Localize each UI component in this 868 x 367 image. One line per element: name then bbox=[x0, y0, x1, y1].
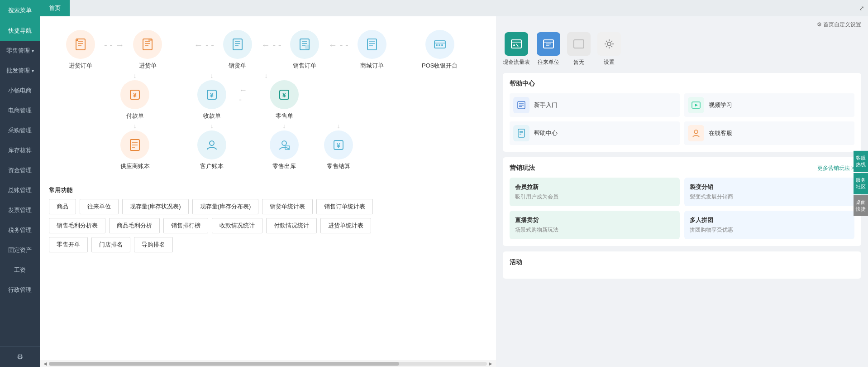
mall-order-icon bbox=[358, 30, 386, 59]
more-marketing-link[interactable]: 更多营销玩法 > bbox=[817, 164, 854, 172]
func-btn-product-margin[interactable]: 商品毛利分析 bbox=[109, 218, 160, 233]
func-btn-product[interactable]: 商品 bbox=[49, 199, 76, 214]
help-item-video[interactable]: 视频学习 bbox=[684, 93, 854, 117]
workflow-node-supplier-account[interactable]: 供应商账本 bbox=[108, 130, 162, 170]
svg-rect-23 bbox=[436, 44, 438, 46]
sidebar-item-purchase[interactable]: 采购管理 bbox=[0, 121, 40, 140]
sidebar-item-fixed-assets[interactable]: 固定资产 bbox=[0, 240, 40, 260]
marketing-card-group[interactable]: 多人拼团 拼团购物享受优惠 bbox=[684, 211, 854, 239]
svg-text:¥: ¥ bbox=[133, 92, 137, 99]
sidebar-item-ecom-small[interactable]: 小畅电商 bbox=[0, 81, 40, 101]
float-btn-service[interactable]: 客服 热线 bbox=[854, 151, 868, 172]
func-btn-purchase-stats[interactable]: 进货单统计表 bbox=[320, 218, 371, 233]
marketing-card-member[interactable]: 会员拉新 吸引用户成为会员 bbox=[510, 178, 680, 206]
func-btn-stock-dist[interactable]: 现存量(库存分布表) bbox=[192, 199, 259, 214]
purchase-slip-label: 进货单 bbox=[139, 62, 157, 70]
workflow-node-pos[interactable]: POS收银开台 bbox=[413, 30, 467, 70]
help-item-help[interactable]: 帮助中心 bbox=[510, 121, 680, 145]
func-btn-stock-status[interactable]: 现存量(库存状况表) bbox=[122, 199, 189, 214]
func-btn-sales-order-stats[interactable]: 销售订单统计表 bbox=[316, 199, 373, 214]
receipt-label: 收款单 bbox=[203, 112, 221, 120]
quick-icon-settings[interactable]: 设置 bbox=[597, 32, 621, 66]
workflow-node-retail-outbound[interactable]: 零售出库 bbox=[257, 130, 311, 170]
func-btn-store-rank[interactable]: 门店排名 bbox=[91, 237, 130, 252]
quick-icon-none[interactable]: 暂无 bbox=[567, 32, 591, 66]
none-icon bbox=[567, 32, 591, 56]
sidebar-item-tax[interactable]: 税务管理 bbox=[0, 220, 40, 240]
va2-2: ↓ bbox=[185, 122, 239, 130]
service-icon bbox=[688, 125, 704, 141]
help-item-service[interactable]: 在线客服 bbox=[684, 121, 854, 145]
va3: ↓ bbox=[239, 72, 293, 79]
tab-bar: 首页 ⤢ bbox=[40, 0, 868, 16]
func-grid-row1: 商品 往来单位 现存量(库存状况表) 现存量(库存分布表) 销货单统计表 销售订… bbox=[49, 199, 487, 214]
sidebar-item-salary[interactable]: 工资 bbox=[0, 260, 40, 280]
func-btn-receipt-stats[interactable]: 收款情况统计 bbox=[212, 218, 262, 233]
quick-icon-partners[interactable]: 往来单位 bbox=[537, 32, 560, 66]
help-center-section: 帮助中心 新手入门 视频学习 bbox=[503, 73, 861, 152]
func-btn-sales-margin[interactable]: 销售毛利分析表 bbox=[49, 218, 105, 233]
sidebar: 搜索菜单 快捷导航 零售管理 ▾ 批发管理 ▾ 小畅电商 电商管理 采购管理 库… bbox=[0, 0, 40, 367]
marketing-card-live[interactable]: 直播卖货 场景式购物新玩法 bbox=[510, 211, 680, 239]
workflow-node-mall-order[interactable]: 商城订单 bbox=[345, 30, 399, 70]
func-btn-units[interactable]: 往来单位 bbox=[80, 199, 119, 214]
customer-account-label: 客户账本 bbox=[200, 162, 224, 170]
sidebar-item-retail[interactable]: 零售管理 ▾ bbox=[0, 41, 40, 61]
workflow-node-customer-account[interactable]: 客户账本 bbox=[185, 130, 239, 170]
workflow-node-retail-settlement[interactable]: ¥ 零售结算 bbox=[311, 130, 366, 170]
tab-home[interactable]: 首页 bbox=[40, 0, 70, 16]
workflow-node-sales-order[interactable]: 销售订单 bbox=[277, 30, 332, 70]
float-btn-community[interactable]: 服务 社区 bbox=[854, 173, 868, 194]
sidebar-settings-button[interactable]: ⚙ bbox=[0, 347, 40, 367]
sidebar-item-funds[interactable]: 资金管理 bbox=[0, 160, 40, 180]
marketing-card-fission[interactable]: 裂变分销 裂变式发展分销商 bbox=[684, 178, 854, 206]
sidebar-item-inventory[interactable]: 库存核算 bbox=[0, 140, 40, 160]
scroll-left-arrow[interactable]: ◀ bbox=[42, 361, 49, 366]
chevron-down-icon: ▾ bbox=[32, 48, 34, 53]
float-btn-desktop[interactable]: 桌面 快捷 bbox=[854, 195, 868, 216]
scroll-right-arrow[interactable]: ▶ bbox=[487, 361, 494, 366]
svg-rect-25 bbox=[441, 44, 443, 46]
svg-point-42 bbox=[513, 44, 515, 46]
sidebar-item-invoice[interactable]: 发票管理 bbox=[0, 200, 40, 220]
expand-icon[interactable]: ⤢ bbox=[859, 5, 864, 12]
pos-icon bbox=[425, 30, 454, 59]
live-card-title: 直播卖货 bbox=[515, 216, 674, 224]
sidebar-item-admin[interactable]: 行政管理 bbox=[0, 280, 40, 300]
workflow-node-receipt[interactable]: ¥ 收款单 bbox=[185, 80, 239, 120]
video-label: 视频学习 bbox=[709, 101, 732, 109]
func-btn-payment-stats[interactable]: 付款情况统计 bbox=[266, 218, 317, 233]
va2-4: ↓ bbox=[311, 122, 366, 130]
workflow-area: 进货订单 - - → 进货单 bbox=[40, 16, 496, 182]
workflow-node-purchase-order[interactable]: 进货订单 bbox=[53, 30, 108, 70]
scrollbar-track[interactable] bbox=[49, 362, 487, 366]
help-item-newbie[interactable]: 新手入门 bbox=[510, 93, 680, 117]
member-card-title: 会员拉新 bbox=[515, 183, 674, 191]
quick-icon-cashflow[interactable]: 现金流量表 bbox=[503, 32, 530, 66]
func-btn-sales-rank[interactable]: 销售排行榜 bbox=[163, 218, 208, 233]
sidebar-item-wholesale[interactable]: 批发管理 ▾ bbox=[0, 61, 40, 81]
group-card-desc: 拼团购物享受优惠 bbox=[690, 226, 849, 234]
svg-rect-24 bbox=[439, 44, 440, 46]
workflow-node-payment[interactable]: ¥ 付款单 bbox=[108, 80, 162, 120]
retail-settlement-label: 零售结算 bbox=[327, 162, 350, 170]
workflow-node-purchase-slip[interactable]: 进货单 bbox=[120, 30, 175, 70]
workflow-node-retail[interactable]: ¥ 零售单 bbox=[257, 80, 311, 120]
pos-label: POS收银开台 bbox=[422, 62, 458, 70]
sidebar-item-general-ledger[interactable]: 总账管理 bbox=[0, 180, 40, 200]
func-btn-retail-order[interactable]: 零售开单 bbox=[49, 237, 88, 252]
customize-link[interactable]: ⚙ 首页自定义设置 bbox=[817, 21, 861, 29]
workflow-node-sales-slip[interactable]: 销货单 bbox=[210, 30, 265, 70]
sidebar-item-quick-nav[interactable]: 快捷导航 bbox=[0, 21, 40, 41]
svg-point-37 bbox=[282, 141, 286, 145]
func-btn-sales-stats[interactable]: 销货单统计表 bbox=[262, 199, 313, 214]
sidebar-item-ecom[interactable]: 电商管理 bbox=[0, 101, 40, 121]
settings-icon bbox=[597, 32, 621, 56]
va1: ↓ bbox=[108, 72, 162, 79]
sidebar-search-button[interactable]: 搜索菜单 bbox=[0, 0, 40, 21]
func-btn-guide-rank[interactable]: 导购排名 bbox=[134, 237, 173, 252]
supplier-account-icon bbox=[120, 130, 149, 159]
va2-spacer2 bbox=[162, 122, 185, 130]
float-buttons: 客服 热线 服务 社区 桌面 快捷 bbox=[854, 151, 868, 216]
none-label: 暂无 bbox=[573, 58, 584, 66]
